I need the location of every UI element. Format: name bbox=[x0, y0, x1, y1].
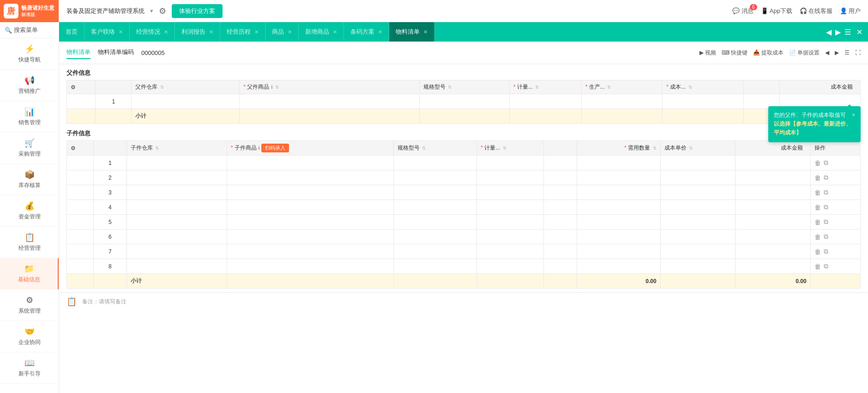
tab-profit-close[interactable]: ✕ bbox=[209, 29, 213, 35]
sidebar-item-quick-nav[interactable]: ⚡ 快捷导航 bbox=[0, 38, 59, 70]
child-row7-spec[interactable] bbox=[393, 244, 477, 259]
tab-operation[interactable]: 经营情况 ✕ bbox=[130, 22, 175, 42]
parent-row1-unit[interactable] bbox=[509, 94, 581, 109]
child-row1-qty[interactable] bbox=[577, 156, 661, 170]
child-row1-copy-icon[interactable]: ⧉ bbox=[824, 159, 828, 167]
child-row1-delete-icon[interactable]: 🗑 bbox=[814, 159, 821, 167]
tab-close-all-icon[interactable]: ✕ bbox=[855, 28, 864, 36]
child-qty-sort[interactable]: ⇅ bbox=[653, 145, 657, 151]
tab-menu-icon[interactable]: ☰ bbox=[843, 28, 853, 36]
parent-spec-sort[interactable]: ⇅ bbox=[448, 85, 452, 90]
child-row2-copy-icon[interactable]: ⧉ bbox=[824, 174, 828, 181]
parent-row1-warehouse[interactable] bbox=[132, 94, 240, 109]
sidebar-item-sales[interactable]: 📊 销售管理 bbox=[0, 101, 59, 133]
fullscreen-btn[interactable]: ⛶ bbox=[855, 49, 861, 56]
sidebar-item-management[interactable]: 📋 经营管理 bbox=[0, 227, 59, 258]
cost-btn[interactable]: 📥 提取成本 bbox=[753, 49, 784, 57]
child-row4-spec[interactable] bbox=[393, 200, 477, 215]
child-row1-warehouse[interactable] bbox=[127, 156, 227, 170]
tab-customer-close[interactable]: ✕ bbox=[119, 29, 123, 35]
scan-input-btn[interactable]: 扫码录入 bbox=[261, 144, 289, 152]
child-row3-spec[interactable] bbox=[393, 185, 477, 200]
child-row6-unit-price[interactable] bbox=[660, 230, 735, 244]
parent-col-gear[interactable]: ⚙ bbox=[67, 80, 96, 94]
parent-cost-sort[interactable]: ⇅ bbox=[688, 85, 692, 90]
child-spec-sort[interactable]: ⇅ bbox=[422, 145, 426, 151]
note-text[interactable]: 备注：请填写备注 bbox=[82, 298, 127, 306]
child-row3-delete-icon[interactable]: 🗑 bbox=[814, 189, 821, 196]
child-row6-unit[interactable] bbox=[477, 230, 543, 244]
shortcut-btn[interactable]: ⌨ 快捷键 bbox=[722, 49, 747, 57]
setting-btn[interactable]: 📄 单据设置 bbox=[789, 49, 820, 57]
child-row8-qty[interactable] bbox=[577, 259, 661, 274]
child-row3-product[interactable] bbox=[227, 185, 393, 200]
child-price-sort[interactable]: ⇅ bbox=[689, 145, 693, 151]
child-row3-copy-icon[interactable]: ⧉ bbox=[824, 188, 828, 196]
sidebar-item-system[interactable]: ⚙ 系统管理 bbox=[0, 290, 59, 321]
child-row2-product[interactable] bbox=[227, 170, 393, 185]
child-row2-unit-price[interactable] bbox=[660, 170, 735, 185]
child-col-gear[interactable]: ⚙ bbox=[67, 141, 94, 156]
tab-operation-close[interactable]: ✕ bbox=[164, 29, 168, 35]
tab-product[interactable]: 商品 ✕ bbox=[265, 22, 299, 42]
child-row6-spec[interactable] bbox=[393, 230, 477, 244]
child-row7-unit-price[interactable] bbox=[660, 244, 735, 259]
child-row8-unit[interactable] bbox=[477, 259, 543, 274]
tab-product-close[interactable]: ✕ bbox=[288, 29, 292, 35]
parent-warehouse-sort[interactable]: ⇅ bbox=[160, 85, 164, 90]
sidebar-item-marketing[interactable]: 📢 营销推广 bbox=[0, 70, 59, 101]
child-row8-delete-icon[interactable]: 🗑 bbox=[814, 263, 821, 270]
settings-icon[interactable]: ⚙ bbox=[159, 6, 166, 16]
tab-history-close[interactable]: ✕ bbox=[254, 29, 259, 35]
child-row3-unit-price[interactable] bbox=[660, 185, 735, 200]
child-row4-unit-price[interactable] bbox=[660, 200, 735, 215]
nav-prev-btn[interactable]: ◀ bbox=[825, 49, 829, 56]
sidebar-item-collaboration[interactable]: 🤝 企业协同 bbox=[0, 321, 59, 352]
child-row4-copy-icon[interactable]: ⧉ bbox=[824, 203, 828, 211]
child-row7-unit[interactable] bbox=[477, 244, 543, 259]
tab-barcode-close[interactable]: ✕ bbox=[378, 29, 382, 35]
child-row1-unit[interactable] bbox=[477, 156, 543, 170]
app-download-link[interactable]: 📱 App下载 bbox=[761, 7, 792, 15]
child-row2-spec[interactable] bbox=[393, 170, 477, 185]
sidebar-item-finance[interactable]: 💰 资金管理 bbox=[0, 195, 59, 227]
tab-barcode[interactable]: 条码方案 ✕ bbox=[344, 22, 389, 42]
sub-tab-bom-code[interactable]: 物料清单编码 bbox=[98, 46, 134, 59]
child-row1-product[interactable] bbox=[227, 156, 393, 170]
experience-btn[interactable]: 体验行业方案 bbox=[172, 4, 223, 18]
tab-bom-close[interactable]: ✕ bbox=[423, 29, 428, 35]
child-row7-qty[interactable] bbox=[577, 244, 661, 259]
child-row7-copy-icon[interactable]: ⧉ bbox=[824, 248, 828, 255]
child-row2-delete-icon[interactable]: 🗑 bbox=[814, 174, 821, 181]
tab-new-product-close[interactable]: ✕ bbox=[333, 29, 337, 35]
tab-profit[interactable]: 利润报告 ✕ bbox=[175, 22, 220, 42]
view-btn[interactable]: ▶ 视频 bbox=[699, 49, 716, 57]
child-row4-warehouse[interactable] bbox=[127, 200, 227, 215]
child-unit-sort[interactable]: ⇅ bbox=[503, 145, 506, 151]
online-service-link[interactable]: 🎧 在线客服 bbox=[800, 7, 832, 15]
child-row7-product[interactable] bbox=[227, 244, 393, 259]
child-row4-product[interactable] bbox=[227, 200, 393, 215]
child-row5-qty[interactable] bbox=[577, 215, 661, 230]
child-row8-warehouse[interactable] bbox=[127, 259, 227, 274]
child-row1-unit-price[interactable] bbox=[660, 156, 735, 170]
parent-product-sort[interactable]: ⇅ bbox=[275, 85, 279, 90]
child-row5-unit-price[interactable] bbox=[660, 215, 735, 230]
child-row5-product[interactable] bbox=[227, 215, 393, 230]
search-menu-item[interactable]: 🔍 搜索菜单 bbox=[0, 22, 59, 38]
child-row1-spec[interactable] bbox=[393, 156, 477, 170]
tab-bom[interactable]: 物料清单 ✕ bbox=[389, 22, 434, 42]
child-row7-warehouse[interactable] bbox=[127, 244, 227, 259]
sidebar-item-purchase[interactable]: 🛒 采购管理 bbox=[0, 133, 59, 164]
child-row6-warehouse[interactable] bbox=[127, 230, 227, 244]
child-row6-product[interactable] bbox=[227, 230, 393, 244]
child-row4-delete-icon[interactable]: 🗑 bbox=[814, 204, 821, 211]
sidebar-item-basic-info[interactable]: 📁 基础信息 bbox=[0, 258, 59, 290]
user-avatar[interactable]: 👤 用户 bbox=[840, 7, 861, 15]
child-row6-delete-icon[interactable]: 🗑 bbox=[814, 233, 821, 241]
child-row8-product[interactable] bbox=[227, 259, 393, 274]
child-row2-qty[interactable] bbox=[577, 170, 661, 185]
messages-btn[interactable]: 💬 消息 6 bbox=[732, 7, 753, 15]
child-row5-unit[interactable] bbox=[477, 215, 543, 230]
child-row5-warehouse[interactable] bbox=[127, 215, 227, 230]
